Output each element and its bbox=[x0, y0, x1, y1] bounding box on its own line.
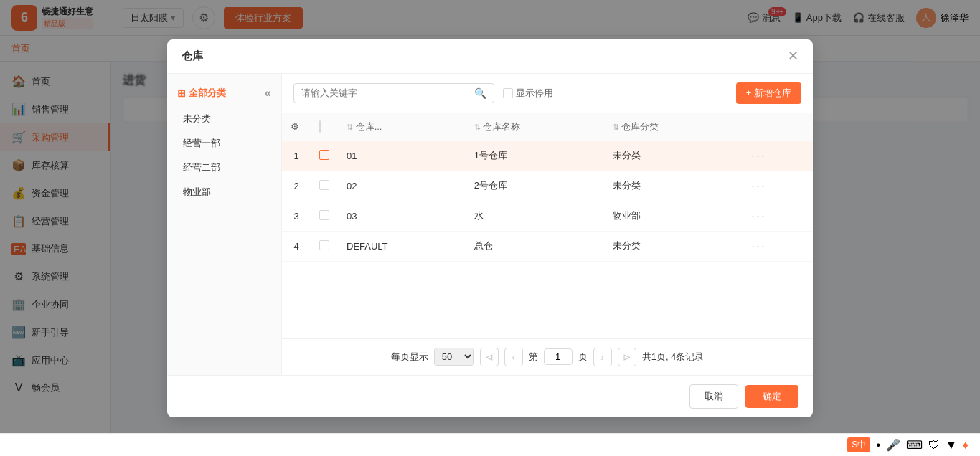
status-bar: S中 • 🎤 ⌨ 🛡 ▼ ♦ bbox=[0, 433, 980, 456]
modal-body: ⊞ 全部分类 « 未分类 经营一部 经营二部 物业部 🔍 bbox=[167, 74, 813, 375]
row-category: 未分类 bbox=[604, 141, 743, 171]
col-actions-header bbox=[743, 113, 813, 141]
select-all-checkbox[interactable] bbox=[319, 120, 321, 133]
row-code: DEFAULT bbox=[338, 231, 466, 261]
search-icon[interactable]: 🔍 bbox=[474, 87, 486, 99]
row-checkbox[interactable] bbox=[319, 180, 329, 190]
disabled-checkbox[interactable] bbox=[503, 88, 513, 98]
row-more[interactable]: ··· bbox=[743, 171, 813, 201]
show-disabled-checkbox[interactable]: 显示停用 bbox=[503, 87, 553, 100]
pagination-bar: 每页显示 50 100 ⊲ ‹ 第 页 › ⊳ 共1页, 4条记录 bbox=[282, 338, 813, 375]
total-label: 共1页, 4条记录 bbox=[642, 351, 705, 364]
per-page-select[interactable]: 50 100 bbox=[434, 348, 474, 366]
row-name: 1号仓库 bbox=[466, 141, 604, 171]
settings-icon[interactable]: ⚙ bbox=[291, 121, 299, 132]
ime-status[interactable]: S中 bbox=[847, 437, 870, 452]
row-num: 3 bbox=[282, 201, 311, 231]
row-more[interactable]: ··· bbox=[743, 201, 813, 231]
category-item-dept2[interactable]: 经营二部 bbox=[167, 156, 281, 180]
row-category: 物业部 bbox=[604, 201, 743, 231]
col-checkbox-header bbox=[311, 113, 338, 141]
page-label-before: 第 bbox=[529, 351, 538, 364]
table-row[interactable]: 3 03 水 物业部 ··· bbox=[282, 201, 813, 231]
next-page-button[interactable]: › bbox=[593, 348, 612, 366]
category-item-unclassified[interactable]: 未分类 bbox=[167, 107, 281, 131]
row-num: 1 bbox=[282, 141, 311, 171]
row-more[interactable]: ··· bbox=[743, 231, 813, 261]
more-icon[interactable]: ··· bbox=[751, 209, 766, 223]
col-num: ⚙ bbox=[282, 113, 311, 141]
keyboard-icon[interactable]: ⌨ bbox=[906, 438, 923, 452]
shield-icon[interactable]: 🛡 bbox=[928, 439, 940, 452]
row-code: 02 bbox=[338, 171, 466, 201]
down-arrow-icon[interactable]: ▼ bbox=[946, 439, 957, 452]
row-name: 2号仓库 bbox=[466, 171, 604, 201]
confirm-button[interactable]: 确定 bbox=[745, 385, 798, 408]
table-row[interactable]: 4 DEFAULT 总仓 未分类 ··· bbox=[282, 231, 813, 261]
table-panel: 🔍 显示停用 + 新增仓库 ⚙ bbox=[282, 74, 813, 375]
warehouse-modal: 仓库 ✕ ⊞ 全部分类 « 未分类 经营一部 经营二部 物业部 bbox=[167, 39, 813, 417]
more-icon[interactable]: ··· bbox=[751, 148, 766, 163]
row-category: 未分类 bbox=[604, 231, 743, 261]
table-container: ⚙ ⇅ 仓库... ⇅ bbox=[282, 113, 813, 338]
prev-page-button[interactable]: ‹ bbox=[504, 348, 523, 366]
col-name-header: ⇅ 仓库名称 bbox=[466, 113, 604, 141]
diamond-icon: ♦ bbox=[963, 439, 969, 452]
dot-icon: • bbox=[876, 439, 880, 452]
row-more[interactable]: ··· bbox=[743, 141, 813, 171]
search-box: 🔍 bbox=[293, 83, 494, 103]
row-checkbox[interactable] bbox=[319, 150, 329, 160]
row-name: 总仓 bbox=[466, 231, 604, 261]
search-input[interactable] bbox=[301, 87, 470, 98]
category-item-dept1[interactable]: 经营一部 bbox=[167, 131, 281, 156]
row-num: 4 bbox=[282, 231, 311, 261]
category-item-property[interactable]: 物业部 bbox=[167, 180, 281, 204]
row-checkbox[interactable] bbox=[319, 240, 329, 250]
table-toolbar: 🔍 显示停用 + 新增仓库 bbox=[282, 74, 813, 113]
row-num: 2 bbox=[282, 171, 311, 201]
modal-close-button[interactable]: ✕ bbox=[788, 49, 798, 62]
table-row[interactable]: 1 01 1号仓库 未分类 ··· bbox=[282, 141, 813, 171]
table-row[interactable]: 2 02 2号仓库 未分类 ··· bbox=[282, 171, 813, 201]
collapse-button[interactable]: « bbox=[265, 87, 271, 100]
row-checkbox-cell bbox=[311, 171, 338, 201]
row-code: 01 bbox=[338, 141, 466, 171]
more-icon[interactable]: ··· bbox=[751, 179, 766, 193]
last-page-button[interactable]: ⊳ bbox=[618, 348, 636, 366]
modal-title: 仓库 bbox=[182, 49, 203, 63]
modal-footer: 取消 确定 bbox=[167, 375, 813, 417]
mic-icon[interactable]: 🎤 bbox=[886, 438, 900, 452]
table-header-row: ⚙ ⇅ 仓库... ⇅ bbox=[282, 113, 813, 141]
row-checkbox-cell bbox=[311, 231, 338, 261]
col-code-header: ⇅ 仓库... bbox=[338, 113, 466, 141]
add-warehouse-button[interactable]: + 新增仓库 bbox=[736, 82, 801, 104]
page-label-after: 页 bbox=[578, 351, 588, 364]
page-input[interactable] bbox=[544, 348, 573, 365]
modal-overlay: 仓库 ✕ ⊞ 全部分类 « 未分类 经营一部 经营二部 物业部 bbox=[0, 0, 980, 456]
modal-header: 仓库 ✕ bbox=[167, 39, 813, 74]
cancel-button[interactable]: 取消 bbox=[689, 384, 738, 409]
row-checkbox[interactable] bbox=[319, 210, 329, 220]
more-icon[interactable]: ··· bbox=[751, 239, 766, 253]
row-code: 03 bbox=[338, 201, 466, 231]
grid-icon: ⊞ bbox=[177, 87, 186, 99]
row-checkbox-cell bbox=[311, 201, 338, 231]
per-page-label: 每页显示 bbox=[391, 351, 428, 364]
col-category-header: ⇅ 仓库分类 bbox=[604, 113, 743, 141]
first-page-button[interactable]: ⊲ bbox=[480, 348, 499, 366]
warehouse-table: ⚙ ⇅ 仓库... ⇅ bbox=[282, 113, 813, 262]
category-header: ⊞ 全部分类 « bbox=[167, 82, 281, 107]
table-body: 1 01 1号仓库 未分类 ··· 2 02 2号仓库 未分类 ··· 3 03… bbox=[282, 141, 813, 261]
category-panel: ⊞ 全部分类 « 未分类 经营一部 经营二部 物业部 bbox=[167, 74, 282, 375]
row-category: 未分类 bbox=[604, 171, 743, 201]
row-name: 水 bbox=[466, 201, 604, 231]
row-checkbox-cell bbox=[311, 141, 338, 171]
